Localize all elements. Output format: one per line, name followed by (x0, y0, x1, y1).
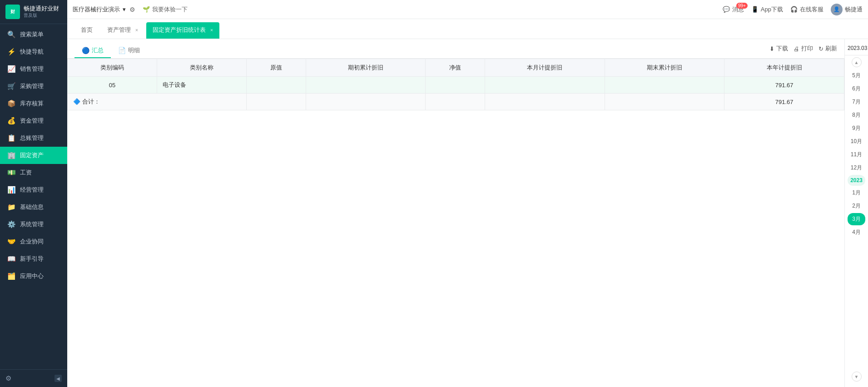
summary-icon: 🔵 (82, 47, 89, 54)
subtab-detail-label: 明细 (128, 46, 140, 55)
month-8[interactable]: 8月 (845, 109, 868, 122)
month-10[interactable]: 10月 (845, 135, 868, 148)
col-name: 类别名称 (157, 59, 247, 77)
main-area: 医疗器械行业演示 ▾ ⚙ 🌱 我要体验一下 💬 消息 99+ 📱 App下载 🎧… (67, 0, 868, 387)
tab-asset-mgmt[interactable]: 资产管理 × (101, 22, 144, 39)
company-dropdown-icon: ▾ (123, 6, 126, 13)
total-annual-depr: 791.67 (724, 94, 844, 110)
operations-icon: 📊 (7, 186, 15, 194)
tab-asset-mgmt-label: 资产管理 (107, 26, 131, 33)
app-download-label: App下载 (761, 5, 783, 14)
year-2023-label[interactable]: 2023 (848, 175, 865, 186)
sidebar-item-ledger[interactable]: 📋 总账管理 (0, 129, 67, 147)
print-icon: 🖨 (794, 45, 799, 52)
col-opening-depr: 期初累计折旧 (306, 59, 426, 77)
month-12[interactable]: 12月 (845, 161, 868, 174)
sidebar-item-app-center[interactable]: 🗂️ 应用中心 (0, 268, 67, 285)
search-icon: 🔍 (7, 30, 15, 39)
topbar: 医疗器械行业演示 ▾ ⚙ 🌱 我要体验一下 💬 消息 99+ 📱 App下载 🎧… (67, 0, 868, 19)
content-main: 🔵 汇总 📄 明细 ⬇ 下载 🖨 打印 (67, 39, 844, 387)
sidebar-item-payroll[interactable]: 💵 工资 (0, 164, 67, 181)
inventory-icon: 📦 (7, 99, 15, 108)
print-btn[interactable]: 🖨 打印 (794, 45, 813, 53)
sidebar-item-fixed-assets[interactable]: 🏢 固定资产 (0, 147, 67, 164)
tab-depreciation-label: 固定资产折旧统计表 (153, 26, 206, 33)
tab-asset-mgmt-close[interactable]: × (135, 27, 138, 33)
col-annual-depr: 本年计提折旧 (724, 59, 844, 77)
experience-label: 我要体验一下 (152, 5, 188, 14)
tab-depreciation-close[interactable]: × (210, 27, 213, 33)
avatar: 👤 (831, 4, 843, 15)
subtab-summary[interactable]: 🔵 汇总 (74, 44, 111, 58)
quick-nav-icon: ⚡ (7, 48, 15, 56)
cell-code: 05 (68, 77, 157, 94)
panel-scroll-down[interactable]: ▼ (845, 370, 868, 383)
sidebar-item-basic-info[interactable]: 📁 基础信息 (0, 198, 67, 216)
guide-icon: 📖 (7, 255, 15, 263)
sidebar-item-quick-nav[interactable]: ⚡ 快捷导航 (0, 43, 67, 60)
subtab-bar: 🔵 汇总 📄 明细 (67, 39, 762, 58)
total-label: 🔷合计： (68, 94, 247, 110)
message-btn[interactable]: 💬 消息 99+ (723, 5, 744, 14)
sidebar-item-purchase[interactable]: 🛒 采购管理 (0, 78, 67, 95)
ledger-icon: 📋 (7, 134, 15, 142)
download-label: 下载 (776, 45, 788, 53)
sidebar-item-search[interactable]: 🔍 搜索菜单 (0, 26, 67, 43)
month-7[interactable]: 7月 (845, 95, 868, 109)
total-opening-depr (306, 94, 426, 110)
company-selector[interactable]: 医疗器械行业演示 ▾ (73, 5, 126, 14)
sidebar-item-finance[interactable]: 💰 资金管理 (0, 112, 67, 129)
sidebar-item-sales[interactable]: 📈 销售管理 (0, 60, 67, 78)
col-monthly-depr: 本月计提折旧 (485, 59, 605, 77)
message-icon: 💬 (723, 6, 730, 13)
tab-depreciation[interactable]: 固定资产折旧统计表 × (146, 22, 219, 39)
subtab-detail[interactable]: 📄 明细 (111, 44, 147, 58)
month-1[interactable]: 1月 (845, 186, 868, 199)
month-3-current[interactable]: 3月 (848, 213, 865, 225)
scroll-down-btn[interactable]: ▼ (852, 372, 862, 382)
col-closing-depr: 期末累计折旧 (605, 59, 724, 77)
sidebar-footer: ⚙ ◀ (0, 369, 67, 387)
sidebar-collapse-btn[interactable]: ◀ (55, 375, 62, 382)
sidebar-item-enterprise[interactable]: 🤝 企业协同 (0, 233, 67, 250)
download-icon: ⬇ (769, 45, 774, 52)
month-6[interactable]: 6月 (845, 82, 868, 95)
customer-service-btn[interactable]: 🎧 在线客服 (790, 5, 823, 14)
print-label: 打印 (801, 45, 813, 53)
month-2[interactable]: 2月 (845, 199, 868, 213)
sidebar-item-inventory[interactable]: 📦 库存核算 (0, 95, 67, 112)
settings-icon[interactable]: ⚙ (5, 374, 11, 382)
month-5[interactable]: 5月 (845, 69, 868, 82)
sidebar-item-label: 快捷导航 (20, 48, 44, 56)
app-download-icon: 📱 (751, 6, 759, 13)
customer-service-label: 在线客服 (800, 5, 823, 14)
right-panel-header: 2023.03 ✕ ⤢ (845, 43, 868, 55)
refresh-icon: ↻ (818, 45, 823, 52)
depreciation-table: 类别编码 类别名称 原值 期初累计折旧 净值 本月计提折旧 期末累计折旧 本年计… (67, 59, 844, 110)
sidebar-item-label: 应用中心 (20, 272, 44, 280)
sidebar-item-system[interactable]: ⚙️ 系统管理 (0, 216, 67, 233)
detail-icon: 📄 (118, 47, 126, 54)
month-9[interactable]: 9月 (845, 122, 868, 135)
sidebar-item-guide[interactable]: 📖 新手引导 (0, 250, 67, 268)
cell-name: 电子设备 (157, 77, 247, 94)
experience-btn[interactable]: 🌱 我要体验一下 (143, 5, 188, 14)
tab-home[interactable]: 首页 (74, 22, 99, 39)
total-monthly-depr (485, 94, 605, 110)
content-area: 🔵 汇总 📄 明细 ⬇ 下载 🖨 打印 (67, 39, 868, 387)
logo-text: 畅捷通好业财 (24, 5, 59, 13)
total-original (247, 94, 306, 110)
sidebar-item-label: 系统管理 (20, 220, 44, 228)
experience-icon: 🌱 (143, 6, 150, 13)
app-download-btn[interactable]: 📱 App下载 (751, 5, 783, 14)
month-4[interactable]: 4月 (845, 226, 868, 239)
user-menu[interactable]: 👤 畅捷通 (831, 4, 863, 15)
refresh-btn[interactable]: ↻ 刷新 (818, 45, 837, 53)
settings-gear-icon[interactable]: ⚙ (129, 6, 135, 13)
download-btn[interactable]: ⬇ 下载 (769, 45, 788, 53)
month-11[interactable]: 11月 (845, 148, 868, 161)
sidebar-item-operations[interactable]: 📊 经营管理 (0, 181, 67, 198)
panel-scroll-up[interactable]: ▲ (845, 55, 868, 69)
scroll-up-btn[interactable]: ▲ (852, 57, 862, 67)
user-name: 畅捷通 (845, 5, 863, 14)
